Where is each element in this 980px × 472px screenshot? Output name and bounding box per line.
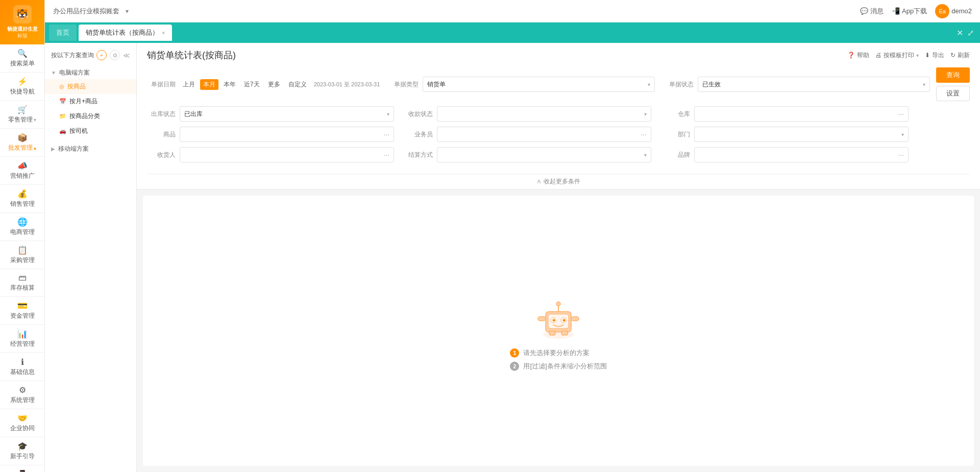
sales-icon: 💰	[17, 189, 28, 199]
filter-field-department: 部门 ▾	[662, 127, 909, 142]
filter-group-mobile-title[interactable]: ▶ 移动端方案	[45, 143, 136, 155]
main-panel: 销货单统计表(按商品) ❓ 帮助 🖨 按模板打印 ▾ ⬇	[137, 43, 980, 472]
sidebar-item-search-label: 搜索菜单	[10, 59, 35, 68]
logo-subtitle: 标版	[17, 32, 28, 39]
date-range-display: 2023-03-01 至 2023-03-31	[314, 81, 380, 88]
stockstatus-select[interactable]: 已出库 ▾	[180, 106, 394, 122]
sidebar-item-inventory[interactable]: 🗃 库存核算	[0, 269, 44, 297]
newguide-icon: 🎓	[17, 441, 28, 451]
sidebar-item-purchase[interactable]: 📋 采购管理	[0, 241, 44, 269]
close-window-icon[interactable]: ✕	[957, 28, 963, 38]
app-download-label: App下载	[902, 7, 927, 16]
collapse-sidebar-icon[interactable]: ≪	[123, 52, 130, 59]
consignee-label: 收货人	[147, 151, 176, 159]
date-btn-last-month[interactable]: 上月	[180, 79, 198, 90]
sidebar-item-ecommerce[interactable]: 🌐 电商管理	[0, 213, 44, 241]
messages-label: 消息	[870, 7, 884, 16]
print-dropdown-icon[interactable]: ▾	[916, 53, 919, 58]
brand-label: 品牌	[662, 151, 690, 159]
tab-home[interactable]: 首页	[49, 25, 77, 41]
sidebar-item-basic[interactable]: ℹ 基础信息	[0, 353, 44, 381]
logo-area[interactable]: 🐯 畅捷通好生意 标版	[0, 0, 44, 44]
tab-active[interactable]: 销货单统计表（按商品） ×	[79, 25, 172, 41]
sidebar-item-system-label: 系统管理	[10, 396, 35, 405]
svg-rect-10	[571, 317, 579, 321]
settings-button[interactable]: 设置	[936, 86, 970, 101]
date-btn-this-month[interactable]: 本月	[200, 79, 218, 90]
add-plan-button[interactable]: +	[96, 50, 107, 60]
filter-group-desktop-title[interactable]: ▼ 电脑端方案	[45, 66, 136, 79]
svg-point-6	[563, 319, 566, 321]
messages-button[interactable]: 💬 消息	[860, 7, 884, 16]
app-download-button[interactable]: 📲 App下载	[892, 7, 927, 16]
product-select[interactable]	[180, 127, 394, 142]
brand-select[interactable]	[694, 147, 909, 162]
filter-field-settlement: 结算方式 ▾	[404, 147, 651, 162]
filter-item-by-category[interactable]: 📁 按商品分类	[45, 109, 136, 124]
docstatus-select[interactable]: 已生效 ▾	[698, 77, 930, 92]
maximize-window-icon[interactable]: ⤢	[967, 28, 974, 38]
help-button[interactable]: ❓ 帮助	[847, 51, 869, 60]
settings-plan-button[interactable]: ⊙	[110, 50, 120, 60]
refresh-button[interactable]: ↻ 刷新	[950, 51, 970, 60]
sidebar-item-coop[interactable]: 🤝 企业协同	[0, 409, 44, 437]
warehouse-select[interactable]	[694, 106, 909, 122]
collapse-more-button[interactable]: ∧ 收起更多条件	[147, 174, 970, 189]
workspace-dropdown-icon[interactable]: ▾	[126, 8, 129, 15]
user-avatar-area[interactable]: Ea demo2	[935, 4, 972, 18]
quicknav-icon: ⚡	[17, 77, 28, 86]
filter-item-by-month-label: 按月+商品	[69, 97, 97, 106]
date-btn-this-year[interactable]: 本年	[220, 79, 239, 90]
filter-row-3: 商品 业务员 部门	[147, 127, 970, 142]
filter-item-by-month-product[interactable]: 📅 按月+商品	[45, 94, 136, 109]
sidebar-item-marketing[interactable]: 📣 营销推广	[0, 157, 44, 185]
inventory-icon: 🗃	[18, 273, 27, 282]
by-category-icon: 📁	[59, 113, 66, 120]
empty-tip-2: 2 用[过滤]条件来缩小分析范围	[510, 362, 606, 371]
page-title-row: 销货单统计表(按商品) ❓ 帮助 🖨 按模板打印 ▾ ⬇	[147, 49, 970, 61]
sidebar-item-system[interactable]: ⚙ 系统管理	[0, 381, 44, 409]
topbar: 办公用品行业模拟账套 ▾ 💬 消息 📲 App下载 Ea demo2	[45, 0, 980, 22]
svg-rect-9	[538, 317, 546, 321]
sidebar-item-sales[interactable]: 💰 销售管理	[0, 185, 44, 213]
salesperson-select[interactable]	[437, 127, 651, 142]
svg-point-5	[553, 319, 555, 321]
help-label: 帮助	[857, 51, 869, 60]
date-btn-7days[interactable]: 近7天	[241, 79, 263, 90]
sidebar-item-ecommerce-label: 电商管理	[10, 228, 35, 237]
sidebar-item-quicknav[interactable]: ⚡ 快捷导航	[0, 73, 44, 101]
topbar-right: 💬 消息 📲 App下载 Ea demo2	[860, 4, 972, 18]
sidebar-item-retail[interactable]: 🛒 零售管理 ▾	[0, 101, 44, 129]
payment-select[interactable]: ▾	[437, 106, 651, 122]
export-button[interactable]: ⬇ 导出	[925, 51, 944, 60]
sidebar-item-operations-label: 经营管理	[10, 340, 35, 348]
settlement-select[interactable]: ▾	[437, 147, 651, 162]
sidebar-item-newguide[interactable]: 🎓 新手引导	[0, 437, 44, 465]
doctype-select[interactable]: 销货单 ▾	[423, 77, 655, 92]
filter-item-by-product[interactable]: ◎ 按商品	[45, 79, 136, 94]
date-label: 单据日期	[147, 80, 176, 89]
date-btn-custom[interactable]: 自定义	[285, 79, 310, 90]
query-button[interactable]: 查询	[936, 67, 970, 83]
docstatus-dropdown-icon: ▾	[923, 82, 925, 87]
filter-item-by-cashier[interactable]: 🚗 按司机	[45, 124, 136, 138]
sidebar-item-appcenter[interactable]: 📱 应用中心	[0, 465, 44, 472]
desktop-group-label: 电脑端方案	[59, 68, 90, 77]
filter-row-1: 单据日期 上月 本月 本年 近7天 更多 自定义 2023-03-01 至 20…	[147, 67, 970, 101]
sidebar-item-finance[interactable]: 💳 资金管理	[0, 297, 44, 325]
empty-state: 1 请先选择要分析的方案 2 用[过滤]条件来缩小分析范围	[143, 196, 974, 466]
mobile-group-arrow: ▶	[51, 146, 55, 152]
doctype-value: 销货单	[427, 80, 648, 89]
filter-group-mobile: ▶ 移动端方案	[45, 140, 136, 157]
tab-close-icon[interactable]: ×	[162, 30, 165, 36]
consignee-select[interactable]	[180, 147, 394, 162]
sidebar-item-search[interactable]: 🔍 搜索菜单	[0, 44, 44, 73]
operations-icon: 📊	[17, 329, 28, 339]
date-btn-more[interactable]: 更多	[265, 79, 283, 90]
sidebar-item-wholesale[interactable]: 📦 批发管理 ▴	[0, 129, 44, 157]
department-select[interactable]: ▾	[694, 127, 909, 142]
retail-icon: 🛒	[17, 105, 28, 114]
print-button[interactable]: 🖨 按模板打印 ▾	[875, 51, 919, 60]
sidebar-item-operations[interactable]: 📊 经营管理	[0, 325, 44, 353]
svg-point-8	[556, 302, 560, 306]
